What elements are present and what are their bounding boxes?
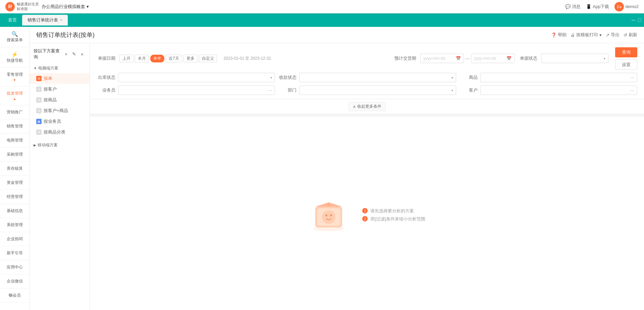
export-button[interactable]: ↗ 导出 — [606, 32, 620, 38]
scheme-item-by-product[interactable]: ⊞ 按商品 — [30, 95, 90, 105]
tab-close-icon[interactable]: × — [60, 18, 62, 22]
more-btn[interactable]: 更多 — [183, 55, 198, 62]
sidebar-item-purchase[interactable]: 采购管理 — [0, 148, 29, 162]
customer-more-icon[interactable]: ··· — [630, 88, 634, 93]
sales-person-select[interactable]: ··· — [118, 86, 275, 95]
empty-tip-2: 2 用[过滤]条件来缩小分析范围 — [362, 216, 425, 222]
add-scheme-button[interactable]: + — [63, 51, 69, 57]
sales-person-label: 业务员 — [97, 87, 115, 93]
receipt-status-label: 收款状态 — [278, 74, 297, 81]
right-content: 单据日期 上月 本月 本年 近7天 更多 自定义 2023-01-01 至 20… — [90, 43, 644, 310]
page-header: 销售订单统计表(按单) ❓ 帮助 🖨 按模板打印 ▾ ↗ 导出 — [30, 27, 644, 43]
out-status-label: 出库状态 — [97, 74, 115, 81]
dropdown-icon[interactable]: ▾ — [87, 4, 89, 9]
department-select[interactable]: ▾ — [299, 86, 456, 95]
sidebar-item-basic-info[interactable]: 基础信息 — [0, 204, 29, 218]
pc-group-title[interactable]: ▼ 电脑端方案 — [30, 63, 90, 73]
this-year-btn[interactable]: 本年 — [150, 55, 164, 62]
custom-btn[interactable]: 自定义 — [199, 55, 217, 62]
sidebar-item-wechat[interactable]: 企业微信 — [0, 274, 29, 289]
export-icon: ↗ — [606, 33, 609, 38]
query-buttons: 查询 设置 — [612, 47, 637, 69]
pc-scheme-group: ▼ 电脑端方案 按 按单 ⊞ 按客户 ⊞ 按商品 — [30, 62, 90, 139]
query-button[interactable]: 查询 — [615, 47, 637, 57]
scheme-icon-order: 按 — [36, 76, 42, 81]
sidebar-item-guide[interactable]: 新手引导 — [0, 246, 29, 260]
receipt-status-arrow: ▾ — [451, 76, 453, 80]
edit-scheme-button[interactable]: ✎ — [71, 51, 77, 57]
scheme-icon-product: ⊞ — [36, 97, 42, 103]
empty-tips: 1 请先选择要分析的方案 2 用[过滤]条件来缩小分析范围 — [362, 208, 425, 224]
collapse-button[interactable]: ∧ 收起更多条件 — [348, 102, 386, 111]
maximize-button[interactable]: □ — [638, 17, 641, 23]
sidebar-item-quick-nav[interactable]: ⚡ 快捷导航 — [0, 47, 29, 68]
collapse-icon: ∧ — [353, 104, 356, 109]
out-status-select[interactable]: ▾ — [118, 73, 275, 82]
minimize-button[interactable]: ─ — [632, 17, 635, 23]
sidebar-item-operations[interactable]: 经营管理 — [0, 190, 29, 204]
sales-person-more-icon[interactable]: ··· — [268, 88, 272, 93]
calendar-icon-2: 📅 — [506, 56, 512, 61]
receipt-status-select[interactable]: ▾ — [299, 73, 456, 82]
scheme-item-by-customer[interactable]: ⊞ 按客户 — [30, 84, 90, 95]
last7days-btn[interactable]: 近7天 — [166, 55, 182, 62]
logo-area: 好 畅捷通好生意 标准版 — [5, 2, 39, 11]
customer-label: 客户 — [459, 87, 478, 93]
top-bar-left: 好 畅捷通好生意 标准版 办公用品行业模拟账套 ▾ — [5, 2, 89, 11]
sidebar-item-app-center[interactable]: 应用中心 — [0, 260, 29, 274]
expected-date-from[interactable]: yyyy-mm-dd 📅 — [420, 54, 464, 63]
sidebar-item-finance[interactable]: 资金管理 — [0, 176, 29, 190]
sidebar-item-search[interactable]: 🔍 搜索菜单 — [0, 27, 29, 47]
sidebar-item-member[interactable]: 畅会员 — [0, 289, 29, 303]
tab-home[interactable]: 首页 — [3, 15, 22, 25]
doc-status-select[interactable]: ▾ — [541, 54, 608, 63]
sidebar-item-ecommerce[interactable]: 电商管理 — [0, 134, 29, 148]
collapse-scheme-button[interactable]: « — [79, 51, 86, 57]
content-area: 销售订单统计表(按单) ❓ 帮助 🖨 按模板打印 ▾ ↗ 导出 — [30, 27, 644, 310]
expected-date-group: yyyy-mm-dd 📅 — yyyy-mm-dd 📅 — [420, 54, 515, 63]
this-month-btn[interactable]: 本月 — [135, 55, 149, 62]
page-title-row: 销售订单统计表(按单) ❓ 帮助 🖨 按模板打印 ▾ ↗ 导出 — [36, 31, 637, 39]
product-more-icon[interactable]: ··· — [630, 75, 634, 80]
logo-icon: 好 — [5, 2, 15, 11]
scheme-header-actions: + ✎ « — [63, 51, 86, 57]
sidebar-item-wholesale[interactable]: 批发管理 ▲ — [0, 87, 29, 105]
empty-tip-1: 1 请先选择要分析的方案 — [362, 208, 425, 214]
top-bar: 好 畅捷通好生意 标准版 办公用品行业模拟账套 ▾ 💬 消息 📱 App下载 E… — [0, 0, 644, 13]
scheme-item-by-sales-person[interactable]: ▦ 按业务员 — [30, 116, 90, 127]
sidebar-item-cooperation[interactable]: 企业协同 — [0, 232, 29, 246]
tab-sales-order[interactable]: 销售订单统计表 × — [22, 15, 68, 25]
scheme-panel-header: 按以下方案查询 + ✎ « — [30, 46, 90, 62]
product-select[interactable]: ··· — [480, 73, 637, 82]
refresh-button[interactable]: ↺ 刷新 — [624, 32, 637, 38]
customer-select[interactable]: ··· — [480, 86, 637, 95]
sidebar-item-system[interactable]: 系统管理 — [0, 218, 29, 232]
scheme-item-by-product-category[interactable]: ⊞ 按商品分类 — [30, 127, 90, 138]
mobile-scheme-group: ▶ 移动端方案 — [30, 139, 90, 151]
sidebar-item-inventory[interactable]: 库存核算 — [0, 162, 29, 176]
product-label: 商品 — [459, 74, 478, 81]
print-dropdown-icon: ▾ — [599, 33, 602, 38]
empty-state: 1 请先选择要分析的方案 2 用[过滤]条件来缩小分析范围 — [90, 117, 644, 310]
app-download-button[interactable]: 📱 App下载 — [586, 4, 609, 10]
settings-button[interactable]: 设置 — [615, 59, 637, 69]
scheme-item-by-customer-product[interactable]: ⊞ 按客户+商品 — [30, 105, 90, 116]
scheme-icon-category: ⊞ — [36, 130, 42, 135]
empty-svg — [309, 195, 349, 232]
top-title[interactable]: 办公用品行业模拟账套 ▾ — [42, 4, 89, 10]
expected-date-to[interactable]: yyyy-mm-dd 📅 — [471, 54, 515, 63]
sidebar-item-sales[interactable]: 销售管理 — [0, 119, 29, 134]
user-menu[interactable]: Ea demo2 — [614, 2, 639, 11]
scheme-icon-customer-product: ⊞ — [36, 108, 42, 113]
sidebar-item-retail[interactable]: 零售管理 ▼ — [0, 68, 29, 87]
date-label: 单据日期 — [97, 55, 115, 61]
message-button[interactable]: 💬 消息 — [565, 4, 581, 10]
sidebar-item-marketing[interactable]: 营销推广 — [0, 105, 29, 119]
help-button[interactable]: ❓ 帮助 — [551, 32, 567, 38]
date-buttons: 上月 本月 本年 近7天 更多 自定义 — [119, 55, 217, 62]
scheme-item-by-order[interactable]: 按 按单 — [30, 73, 90, 84]
print-button[interactable]: 🖨 按模板打印 ▾ — [571, 32, 602, 38]
mobile-group-title[interactable]: ▶ 移动端方案 — [30, 140, 90, 150]
expected-date-label: 预计交货期 — [394, 55, 416, 61]
last-month-btn[interactable]: 上月 — [119, 55, 133, 62]
